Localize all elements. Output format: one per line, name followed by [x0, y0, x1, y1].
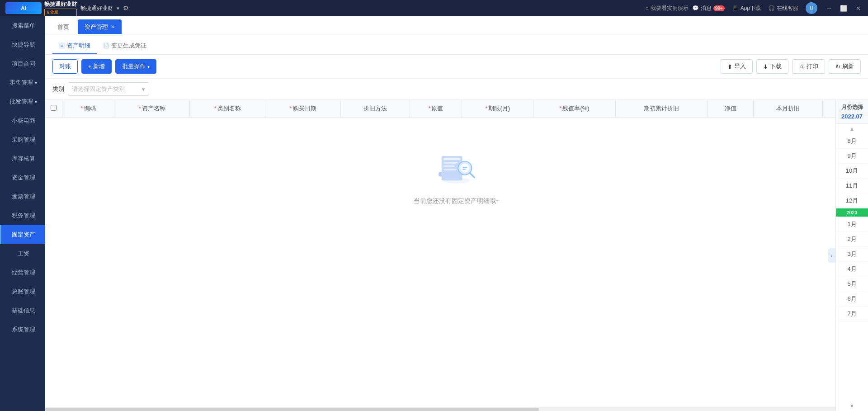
toolbar: 对账 + 新增 批量操作 ▾ ⬆ 导入 ⬇ 下载 🖨	[45, 55, 868, 79]
sidebar-item-invoice[interactable]: 发票管理	[0, 187, 45, 206]
month-item-3[interactable]: 3月	[836, 247, 868, 262]
refresh-button[interactable]: ↻ 刷新	[829, 59, 861, 74]
sidebar-label: 小畅电商	[12, 117, 35, 125]
svg-line-8	[470, 173, 474, 178]
download-button[interactable]: ⬇ 下载	[756, 59, 788, 74]
month-item-7[interactable]: 7月	[836, 307, 868, 321]
refresh-icon: ↻	[835, 63, 840, 70]
settings-icon[interactable]: ⚙	[123, 5, 129, 12]
chevron-down-icon: ▾	[35, 99, 37, 104]
messages-button[interactable]: 💬 消息 99+	[692, 5, 725, 12]
app-subtitle: 专业版	[44, 9, 77, 16]
import-icon: ⬆	[727, 63, 732, 70]
sidebar-label: 发票管理	[12, 193, 35, 201]
month-picker-toggle[interactable]: ›	[828, 248, 835, 263]
tab-label: 资产管理	[85, 23, 108, 31]
company-selector[interactable]: 畅捷通好业财 ▼ ⚙	[80, 5, 642, 12]
col-net-value: 净值	[708, 100, 754, 118]
empty-illustration	[434, 145, 479, 190]
sidebar-label: 项目合同	[12, 60, 35, 68]
sidebar-item-general-ledger[interactable]: 总账管理	[0, 282, 45, 301]
import-button[interactable]: ⬆ 导入	[721, 59, 753, 74]
demo-link[interactable]: ○ 我要看实例演示	[645, 5, 688, 12]
month-item-8[interactable]: 8月	[836, 134, 868, 149]
month-scroll-up[interactable]: ▲	[836, 124, 868, 134]
sidebar-item-ecommerce[interactable]: 小畅电商	[0, 111, 45, 130]
maximize-button[interactable]: ⬜	[837, 2, 850, 14]
document-icon: 📄	[103, 43, 109, 49]
tab-home[interactable]: 首页	[51, 19, 76, 34]
month-item-2[interactable]: 2月	[836, 232, 868, 247]
close-button[interactable]: ✕	[852, 2, 864, 14]
sidebar-item-quick-nav[interactable]: 快捷导航	[0, 35, 45, 54]
sidebar-label: 采购管理	[12, 136, 35, 144]
month-picker-title: 月份选择	[839, 104, 865, 111]
user-avatar[interactable]: U	[806, 2, 817, 14]
subtab-label: 资产明细	[67, 42, 90, 50]
window-controls: ─ ⬜ ✕	[823, 2, 864, 14]
reconcile-button[interactable]: 对账	[52, 59, 78, 74]
empty-state: 当前您还没有固定资产明细哦~	[45, 118, 868, 232]
sidebar-label: 搜索菜单	[12, 22, 35, 30]
svg-rect-3	[443, 162, 458, 163]
sidebar-label: 经营管理	[12, 269, 35, 277]
col-category: *类别名称	[190, 100, 265, 118]
print-icon: 🖨	[799, 63, 805, 70]
month-item-11[interactable]: 11月	[836, 179, 868, 194]
sidebar-item-operations[interactable]: 经营管理	[0, 263, 45, 282]
sidebar-item-inventory[interactable]: 库存核算	[0, 149, 45, 168]
tab-close-icon[interactable]: ✕	[111, 24, 115, 29]
chevron-down-icon: ▾	[147, 64, 150, 69]
svg-rect-10	[462, 169, 466, 170]
batch-ops-button[interactable]: 批量操作 ▾	[115, 59, 156, 74]
tab-bar: 首页 资产管理 ✕	[45, 16, 868, 34]
sidebar-item-wholesale[interactable]: 批发管理 ▾	[0, 92, 45, 111]
sidebar-item-purchase[interactable]: 采购管理	[0, 130, 45, 149]
sidebar-label: 系统管理	[12, 326, 35, 334]
sidebar-item-basic-info[interactable]: 基础信息	[0, 301, 45, 320]
month-item-10[interactable]: 10月	[836, 164, 868, 179]
app-download-button[interactable]: 📱 App下载	[732, 5, 761, 12]
headset-icon: 🎧	[768, 5, 775, 11]
subtab-change-voucher[interactable]: 📄 变更生成凭证	[97, 39, 153, 54]
add-button[interactable]: + 新增	[81, 59, 112, 74]
month-item-5[interactable]: 5月	[836, 277, 868, 292]
sidebar-item-finance[interactable]: 资金管理	[0, 168, 45, 187]
print-button[interactable]: 🖨 打印	[792, 59, 825, 74]
sidebar-label: 基础信息	[12, 307, 35, 315]
month-item-6[interactable]: 6月	[836, 292, 868, 307]
subtab-asset-detail[interactable]: ≡ 资产明细	[52, 39, 97, 54]
month-item-1[interactable]: 1月	[836, 217, 868, 232]
select-all-checkbox[interactable]	[51, 105, 57, 111]
download-icon: ⬇	[763, 63, 768, 70]
chevron-down-icon: ▾	[35, 80, 37, 85]
month-item-4[interactable]: 4月	[836, 262, 868, 277]
sidebar-item-system[interactable]: 系统管理	[0, 320, 45, 339]
minimize-button[interactable]: ─	[823, 2, 835, 14]
sidebar-item-salary[interactable]: 工资	[0, 244, 45, 263]
col-code: *编码	[62, 100, 114, 118]
table-container: *编码 *资产名称 *类别名称 *购买日期 折旧方法 *原值 *期限(月) *残…	[45, 100, 868, 411]
sub-tabs: ≡ 资产明细 📄 变更生成凭证	[45, 34, 868, 55]
horizontal-scrollbar[interactable]	[45, 407, 868, 411]
month-item-9[interactable]: 9月	[836, 149, 868, 164]
brand-logo: Ai	[5, 2, 42, 14]
sidebar-item-project[interactable]: 项目合同	[0, 54, 45, 73]
message-icon: 💬	[692, 5, 699, 11]
sidebar-item-fixed-assets[interactable]: 固定资产	[0, 225, 45, 244]
batch-label: 批量操作	[122, 62, 146, 71]
sidebar-item-tax[interactable]: 税务管理	[0, 206, 45, 225]
category-select[interactable]: 请选择固定资产类别 ▾	[68, 82, 149, 96]
sidebar-label: 库存核算	[12, 155, 35, 163]
tab-asset-mgmt[interactable]: 资产管理 ✕	[78, 19, 122, 34]
sidebar-label: 税务管理	[12, 212, 35, 220]
sidebar-item-retail[interactable]: 零售管理 ▾	[0, 73, 45, 92]
month-item-12[interactable]: 12月	[836, 194, 868, 208]
category-select-placeholder: 请选择固定资产类别	[72, 85, 140, 93]
subtab-label: 变更生成凭证	[111, 42, 146, 50]
sidebar-label: 工资	[18, 250, 29, 258]
sidebar-item-search[interactable]: 搜索菜单	[0, 16, 45, 35]
content-area: ≡ 资产明细 📄 变更生成凭证 对账 + 新增 批量操作 ▾ ⬆	[45, 34, 868, 411]
online-service-button[interactable]: 🎧 在线客服	[768, 5, 798, 12]
month-scroll-down[interactable]: ▼	[836, 401, 868, 411]
